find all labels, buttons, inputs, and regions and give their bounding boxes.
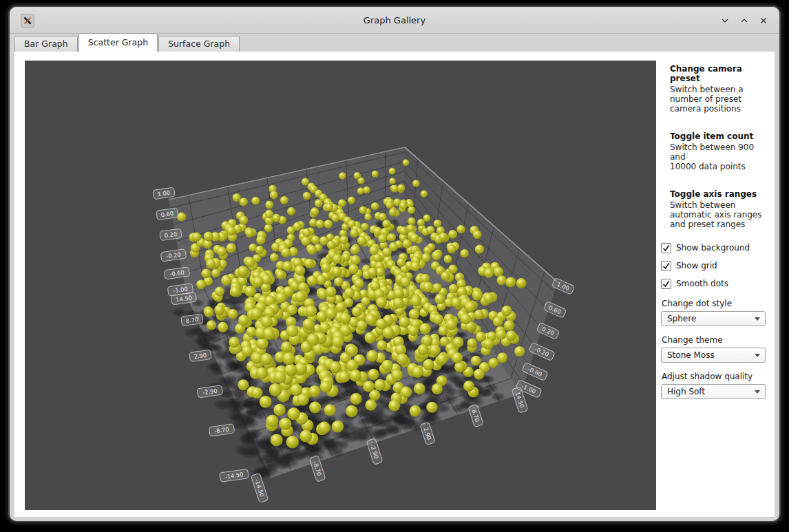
dropdown-value: Stone Moss — [667, 350, 715, 360]
app-window: Graph Gallery — [10, 7, 779, 521]
smooth-dots-checkbox[interactable]: Smooth dots — [661, 277, 768, 290]
show-background-checkbox[interactable]: Show background — [661, 242, 768, 254]
tab-surface-graph[interactable]: Surface Graph — [158, 36, 240, 52]
window-controls — [718, 14, 770, 27]
check-mark-icon — [662, 280, 670, 288]
button-description-line: automatic axis ranges — [670, 210, 768, 220]
close-button[interactable] — [757, 14, 770, 27]
check-mark-icon — [662, 262, 670, 270]
checkbox-box[interactable] — [661, 261, 671, 271]
toggle-item-count-button[interactable]: Toggle item count Switch between 900 and… — [661, 131, 768, 171]
button-description-line: Switch between 900 and — [670, 142, 768, 162]
button-description-line: camera positions — [670, 104, 768, 114]
button-title: Toggle axis ranges — [670, 189, 768, 199]
toggle-axis-ranges-button[interactable]: Toggle axis ranges Switch between automa… — [661, 189, 768, 229]
tab-bar: Bar Graph Scatter Graph Surface Graph — [10, 34, 779, 52]
checkbox-box[interactable] — [661, 243, 671, 253]
checkbox-label: Show background — [676, 243, 750, 253]
shadow-quality-dropdown[interactable]: High Soft — [661, 384, 766, 399]
checkbox-label: Show grid — [676, 261, 717, 270]
change-theme-label: Change theme — [662, 335, 768, 345]
checkbox-box[interactable] — [661, 279, 671, 289]
button-description-line: Switch between a — [670, 85, 768, 94]
show-grid-checkbox[interactable]: Show grid — [661, 259, 768, 272]
scatter-3d-view[interactable]: 1.000.600.20-0.20-0.60-1.0014.508.702.90… — [25, 61, 656, 510]
controls-panel: Change camera preset Switch between a nu… — [661, 64, 768, 399]
tab-bar-graph[interactable]: Bar Graph — [14, 36, 78, 52]
triangle-down-icon — [755, 354, 760, 357]
button-description-line: 10000 data points — [670, 162, 768, 171]
checkbox-label: Smooth dots — [676, 279, 728, 288]
tab-scatter-graph[interactable]: Scatter Graph — [78, 33, 158, 52]
tab-content-pane: 1.000.600.20-0.20-0.60-1.0014.508.702.90… — [14, 51, 775, 517]
triangle-down-icon — [755, 317, 760, 321]
button-title: Change camera preset — [670, 64, 768, 83]
adjust-shadow-quality-label: Adjust shadow quality — [662, 372, 768, 381]
button-description-line: and preset ranges — [670, 220, 768, 229]
maximize-button[interactable] — [737, 14, 750, 27]
triangle-down-icon — [755, 390, 760, 394]
button-description-line: number of preset — [670, 94, 768, 104]
button-title: Toggle item count — [670, 131, 768, 141]
chevron-down-icon — [721, 17, 729, 25]
window-title: Graph Gallery — [10, 7, 779, 33]
change-camera-preset-button[interactable]: Change camera preset Switch between a nu… — [661, 64, 768, 114]
check-mark-icon — [662, 244, 670, 252]
dropdown-value: High Soft — [667, 387, 705, 396]
dot-style-dropdown[interactable]: Sphere — [661, 311, 766, 326]
dropdown-value: Sphere — [667, 314, 696, 323]
theme-dropdown[interactable]: Stone Moss — [661, 348, 766, 363]
chevron-up-icon — [740, 17, 748, 25]
change-dot-style-label: Change dot style — [662, 299, 768, 308]
close-icon — [759, 17, 768, 25]
titlebar[interactable]: Graph Gallery — [10, 7, 779, 34]
minimize-button[interactable] — [718, 14, 731, 27]
desktop-background: Graph Gallery — [0, 0, 789, 532]
button-description-line: Switch between — [670, 200, 768, 210]
